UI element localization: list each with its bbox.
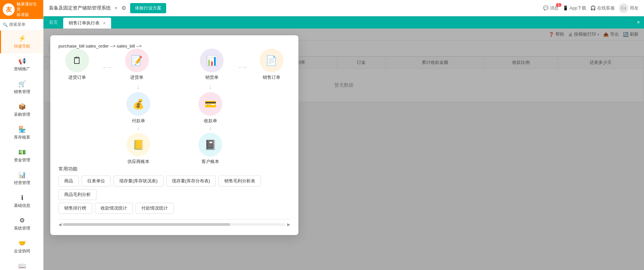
customer-ledger-icon: 📓 xyxy=(205,139,216,150)
sales-icon: 🛒 xyxy=(18,80,26,88)
receipt-col: ↓ 💳 收款单 xyxy=(198,83,222,124)
sidebar-item-system[interactable]: ⚙ 系统管理 xyxy=(0,213,43,235)
dropdown-arrow-icon[interactable]: ▾ xyxy=(115,5,117,11)
common-buttons-row1: 商品 往来单位 现存量(库存状况表) 现存量(库存分布表) 销售毛利分析表 商品… xyxy=(58,176,290,200)
tab-bar-end: × xyxy=(111,19,644,25)
sidebar-item-purchase[interactable]: 📦 采购管理 xyxy=(0,99,43,122)
logo-text: 畅康通好生意 标准版 xyxy=(17,2,40,18)
purchase-bill-circle[interactable]: 📝 xyxy=(125,49,149,72)
sidebar-item-operation[interactable]: 📊 经营管理 xyxy=(0,167,43,190)
topbar: 装备及固定资产辅助管理系统 ▾ ⚙ 体验行业方案 💬 消息 5 📱 App下载 … xyxy=(43,0,644,16)
sidebar-item-quick-nav[interactable]: ⚡ 快捷导航 xyxy=(0,31,43,53)
online-service-action[interactable]: 🎧 在线客服 xyxy=(590,5,615,11)
purchase-bill-icon: 📝 xyxy=(131,55,143,66)
customer-ledger-label: 客户账本 xyxy=(202,159,219,165)
flow-section: purchase_bill sales_order --> sales_bill… xyxy=(58,43,290,165)
tab-bar: 首页 销售订单执行表 × × xyxy=(43,16,644,29)
message-action[interactable]: 💬 消息 5 xyxy=(543,5,559,11)
modal-overlay: purchase_bill sales_order --> sales_bill… xyxy=(43,29,644,270)
payment-label: 付款单 xyxy=(132,118,145,124)
payment-col: ↓ 💰 付款单 xyxy=(126,83,150,124)
sidebar-item-sales[interactable]: 🛒 销售管理 xyxy=(0,76,43,99)
sidebar-logo: 友 畅康通好生意 标准版 xyxy=(0,0,43,19)
search-icon: 🔍 xyxy=(3,22,8,27)
operation-icon: 📊 xyxy=(18,171,26,179)
sales-order-icon: 📄 xyxy=(265,55,277,66)
sales-order-node: 📄 销售订单 xyxy=(260,49,283,80)
scrollbar-thumb xyxy=(63,223,230,226)
trial-btn[interactable]: 体验行业方案 xyxy=(130,3,166,13)
purchase-order-circle[interactable]: 🗒 xyxy=(65,49,89,72)
btn-payment-stats[interactable]: 付款情况统计 xyxy=(136,203,174,214)
scroll-left-icon[interactable]: ◀ xyxy=(58,222,62,227)
arrow-down1: ↓ xyxy=(137,84,140,90)
arrow-down3: ↓ xyxy=(137,125,140,131)
basic-info-icon: ℹ xyxy=(21,194,23,201)
user-action[interactable]: Ea 用友 xyxy=(619,3,639,13)
btn-product[interactable]: 商品 xyxy=(58,176,79,186)
receipt-label: 收款单 xyxy=(204,118,217,124)
purchase-bill-node: 📝 进货单 xyxy=(125,49,149,80)
page-body: ❓ 帮助 🖨 按模板打印 ▾ 📤 导出 🔄 刷新 xyxy=(43,29,644,270)
btn-receipt-stats[interactable]: 收款情况统计 xyxy=(95,203,133,214)
service-icon: 🎧 xyxy=(590,5,596,11)
app-download-action[interactable]: 📱 App下载 xyxy=(563,5,586,11)
sidebar-item-guide[interactable]: 📖 新手引导 xyxy=(0,258,43,270)
sidebar-item-basic-info[interactable]: ℹ 基础信息 xyxy=(0,190,43,213)
quick-nav-icon: ⚡ xyxy=(18,35,26,42)
sales-order-circle[interactable]: 📄 xyxy=(260,49,283,72)
inventory-icon: 🏪 xyxy=(18,126,26,133)
cooperation-icon: 🤝 xyxy=(18,239,26,247)
arrow-h1: - - → xyxy=(103,64,111,71)
scroll-right-icon[interactable]: ▶ xyxy=(287,222,290,227)
btn-sales-profit[interactable]: 销售毛利分析表 xyxy=(219,176,261,186)
purchase-order-label: 进货订单 xyxy=(68,74,86,80)
sidebar-item-marketing[interactable]: 📢 营销推广 xyxy=(0,53,43,76)
sidebar-item-inventory[interactable]: 🏪 库存核算 xyxy=(0,122,43,144)
common-functions-title: 常用功能 xyxy=(58,166,290,172)
common-buttons-row2: 销售排行榜 收款情况统计 付款情况统计 xyxy=(58,203,290,214)
sales-order-label: 销售订单 xyxy=(263,74,280,80)
btn-product-profit[interactable]: 商品毛利分析 xyxy=(58,189,97,200)
btn-stock-distribution[interactable]: 现存量(库存分布表) xyxy=(166,176,216,186)
sales-bill-label: 销货单 xyxy=(205,74,219,80)
tab-sales-order-exec[interactable]: 销售订单执行表 × xyxy=(63,18,111,29)
supplier-ledger-circle[interactable]: 📒 xyxy=(126,133,150,157)
guide-icon: 📖 xyxy=(18,262,26,270)
btn-counterpart[interactable]: 往来单位 xyxy=(82,176,111,186)
purchase-icon: 📦 xyxy=(18,103,26,110)
tab-home[interactable]: 首页 xyxy=(43,16,63,29)
receipt-icon: 💳 xyxy=(205,98,216,110)
sidebar-search[interactable]: 🔍 搜索菜单 xyxy=(0,19,43,31)
sidebar-item-cooperation[interactable]: 🤝 企业协同 xyxy=(0,235,43,258)
purchase-bill-label: 进货单 xyxy=(130,74,143,80)
tab-close-icon[interactable]: × xyxy=(103,20,106,26)
payment-icon: 💰 xyxy=(133,98,144,110)
sidebar: 友 畅康通好生意 标准版 🔍 搜索菜单 ⚡ 快捷导航 📢 营销推广 🛒 销售管理 xyxy=(0,0,43,270)
arrow-h2: ← - - xyxy=(238,64,246,71)
sales-bill-circle[interactable]: 📊 xyxy=(200,49,224,72)
system-icon: ⚙ xyxy=(19,217,25,224)
supplier-ledger-icon: 📒 xyxy=(133,139,144,150)
receipt-circle[interactable]: 💳 xyxy=(198,92,222,116)
modal-box: purchase_bill sales_order --> sales_bill… xyxy=(50,35,298,235)
logo-icon: 友 xyxy=(3,3,15,16)
customer-ledger-circle[interactable]: 📓 xyxy=(198,133,222,157)
system-title: 装备及固定资产辅助管理系统 xyxy=(49,5,111,11)
sales-bill-node: 📊 销货单 xyxy=(200,49,224,80)
purchase-order-icon: 🗒 xyxy=(72,55,82,66)
window-close-icon[interactable]: × xyxy=(637,19,640,25)
settings-gear-icon[interactable]: ⚙ xyxy=(121,5,126,11)
scrollbar-track[interactable] xyxy=(63,223,286,226)
purchase-order-node: 🗒 进货订单 xyxy=(65,49,89,80)
phone-icon: 📱 xyxy=(563,5,568,11)
customer-ledger-col: ↓ 📓 客户账本 xyxy=(198,124,222,165)
btn-sales-ranking[interactable]: 销售排行榜 xyxy=(58,203,92,214)
payment-circle[interactable]: 💰 xyxy=(126,92,150,116)
arrow-down4: ↓ xyxy=(209,125,212,131)
btn-stock-status[interactable]: 现存量(库存状况表) xyxy=(114,176,163,186)
avatar: Ea xyxy=(619,3,628,13)
sidebar-item-finance[interactable]: 💵 资金管理 xyxy=(0,144,43,167)
modal-scrollbar: ◀ ▶ xyxy=(58,219,290,227)
message-icon: 💬 xyxy=(543,5,549,11)
